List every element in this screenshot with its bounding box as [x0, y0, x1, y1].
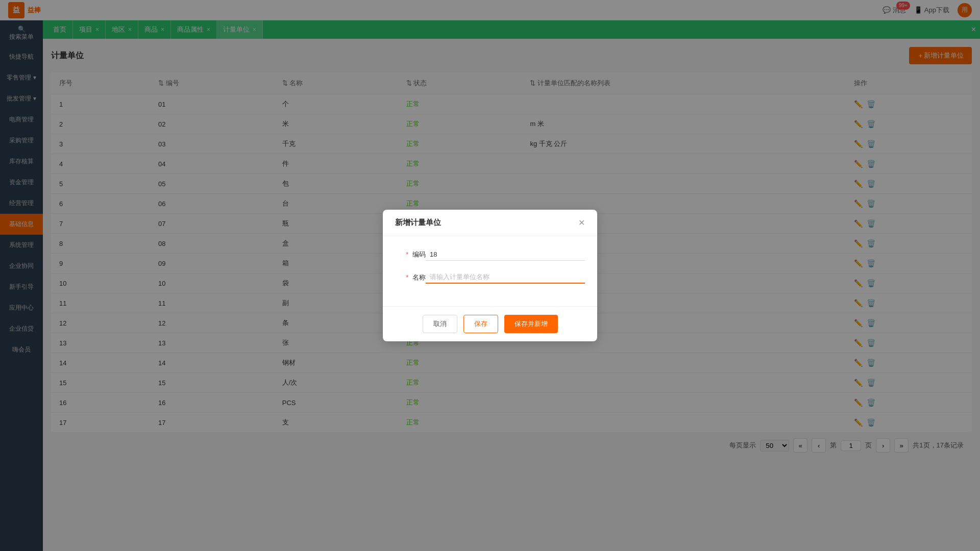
name-required-mark: *	[406, 273, 408, 281]
add-unit-modal: 新增计量单位 ✕ * 编码 * 名称 取消 保存 保存并新增	[383, 210, 597, 341]
cancel-button[interactable]: 取消	[423, 315, 457, 333]
code-form-row: * 编码	[395, 248, 585, 261]
code-label-text: 编码	[412, 251, 426, 258]
modal-close-button[interactable]: ✕	[578, 218, 585, 228]
name-label-text: 名称	[412, 273, 426, 281]
modal-title: 新增计量单位	[395, 218, 441, 228]
code-required-mark: *	[406, 251, 408, 258]
name-input[interactable]	[426, 271, 585, 284]
code-label: * 编码	[395, 250, 426, 259]
modal-footer: 取消 保存 保存并新增	[383, 306, 597, 341]
save-button[interactable]: 保存	[463, 315, 498, 333]
modal-body: * 编码 * 名称	[383, 236, 597, 306]
save-new-button[interactable]: 保存并新增	[504, 315, 558, 333]
modal-header: 新增计量单位 ✕	[383, 210, 597, 236]
name-label: * 名称	[395, 273, 426, 282]
code-input[interactable]	[426, 248, 585, 261]
modal-overlay: 新增计量单位 ✕ * 编码 * 名称 取消 保存 保存并新增	[0, 0, 980, 551]
name-form-row: * 名称	[395, 271, 585, 284]
